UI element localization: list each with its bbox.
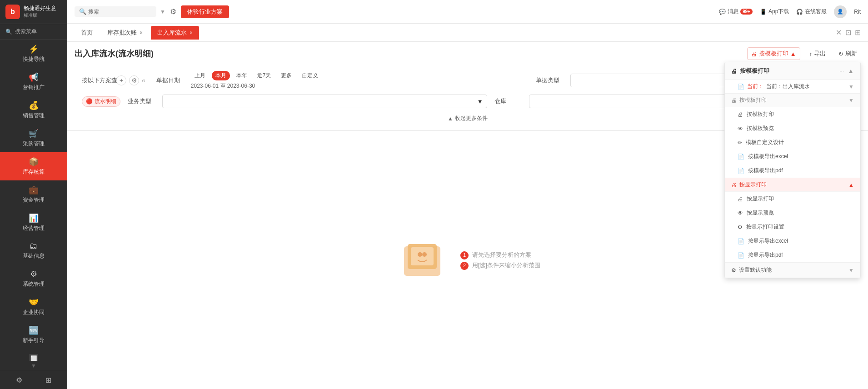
business-type-label: 业务类型: [128, 97, 155, 105]
trial-btn[interactable]: 体验行业方案: [181, 5, 229, 18]
filter-tag-flow[interactable]: 🔴 流水明细: [82, 96, 120, 107]
template-export-excel-item[interactable]: 📄 按模板导出excel: [725, 150, 860, 164]
refresh-icon: ↻: [838, 50, 843, 57]
message-label: 消息: [728, 8, 738, 15]
date-filter-label: 单据日期: [156, 76, 184, 85]
help-bottom-icon[interactable]: ⊞: [45, 376, 51, 384]
tab-flow[interactable]: 出入库流水 ×: [151, 26, 199, 40]
tab-home[interactable]: 首页: [75, 26, 99, 40]
export-btn[interactable]: ↑ 导出: [806, 48, 830, 60]
settings-bottom-icon[interactable]: ⚙: [16, 376, 22, 384]
operations-icon: 📊: [29, 213, 39, 223]
sidebar-item-finance[interactable]: 💼 资金管理: [0, 180, 67, 209]
template-export-pdf-item[interactable]: 📄 按模板导出pdf: [725, 164, 860, 178]
tab-batch-account[interactable]: 库存批次账 ×: [101, 26, 149, 40]
display-export-excel-label: 按显示导出excel: [748, 237, 788, 245]
sidebar-item-purchase[interactable]: 🛒 采购管理: [0, 124, 67, 152]
sidebar-search[interactable]: 🔍 搜索菜单: [0, 24, 67, 40]
page-title-row: 出入库流水(流水明细) 🖨 按模板打印 ▲ ↑ 导出 ↻ 刷新: [75, 47, 861, 60]
sidebar-item-inventory[interactable]: 📦 库存核算: [0, 152, 67, 180]
sidebar-item-marketing[interactable]: 📢 营销推广: [0, 68, 67, 96]
sidebar-item-basic[interactable]: 🗂 基础信息: [0, 237, 67, 264]
sidebar-item-system[interactable]: ⚙ 系统管理: [0, 264, 67, 293]
sidebar-item-guide[interactable]: 🆕 新手引导: [0, 321, 67, 349]
date-more-btn[interactable]: 更多: [277, 71, 295, 80]
print-dropdown-more-icon[interactable]: ···: [839, 68, 844, 74]
current-template-label: 当前：: [747, 83, 763, 90]
online-service-btn[interactable]: 🎧 在线客服: [796, 8, 827, 15]
template-preview-item-label: 按模板预览: [747, 125, 774, 132]
sidebar-item-label: 采购管理: [23, 140, 45, 148]
print-dropdown-body: 📄 当前： 当前：出入库流水 ▼ 🖨 按模板打印 ▼ 🖨 按模板打印: [725, 80, 860, 262]
tab-flow-close[interactable]: ×: [190, 30, 193, 36]
date-prev-month-btn[interactable]: 上月: [191, 71, 209, 80]
date-last-7days-btn[interactable]: 近7天: [254, 71, 275, 80]
tab-restore-icon[interactable]: ⊡: [845, 28, 851, 37]
page-content: 出入库流水(流水明细) 🖨 按模板打印 ▲ ↑ 导出 ↻ 刷新: [67, 42, 868, 389]
display-export-pdf-item[interactable]: 📄 按显示导出pdf: [725, 248, 860, 262]
date-current-year-btn[interactable]: 本年: [233, 71, 251, 80]
filter-settings-btn[interactable]: ⚙: [129, 75, 139, 85]
display-export-pdf-icon: 📄: [738, 252, 744, 259]
display-preview-item[interactable]: 👁 按显示预览: [725, 206, 860, 220]
sidebar-item-operations[interactable]: 📊 经营管理: [0, 209, 67, 237]
sidebar-item-label: 资金管理: [23, 196, 45, 204]
svg-point-3: [418, 252, 422, 257]
template-print-item-label: 按模板打印: [747, 110, 774, 118]
date-current-month-btn[interactable]: 本月: [212, 71, 230, 80]
display-print-item[interactable]: 🖨 按显示打印: [725, 192, 860, 206]
sidebar-item-sales[interactable]: 💰 销售管理: [0, 96, 67, 124]
app-download-btn[interactable]: 📱 App下载: [760, 8, 789, 15]
template-print-item[interactable]: 🖨 按模板打印: [725, 107, 860, 121]
tab-expand-icon[interactable]: ⊞: [855, 28, 861, 37]
template-custom-design-label: 模板自定义设计: [746, 139, 784, 146]
template-custom-design-item[interactable]: ✏ 模板自定义设计: [725, 135, 860, 150]
sidebar-item-label: 快捷导航: [23, 55, 45, 63]
empty-illustration-svg: [395, 237, 449, 283]
user-name[interactable]: Rit: [854, 9, 861, 15]
sidebar-item-cooperation[interactable]: 🤝 企业协同: [0, 293, 67, 321]
marketing-icon: 📢: [29, 72, 39, 82]
print-dropdown-footer[interactable]: ⚙ 设置默认功能 ▼: [725, 262, 860, 278]
sidebar: b 畅捷通好生意 标准版 🔍 搜索菜单 ⚡ 快捷导航 📢 营销推广 💰 销售管理…: [0, 0, 67, 389]
refresh-btn[interactable]: ↻ 刷新: [835, 48, 861, 60]
filter-tag-icon: 🔴: [86, 98, 93, 105]
tab-batch-account-close[interactable]: ×: [140, 30, 143, 36]
display-print-settings-item[interactable]: ⚙ 按显示打印设置: [725, 220, 860, 234]
template-print-section-header: 🖨 按模板打印 ▼: [725, 94, 860, 107]
footer-settings-icon: ⚙: [731, 267, 736, 274]
print-dropdown-header: 🖨 按模板打印 ··· ▲: [725, 62, 860, 80]
app-center-icon: 🔲: [29, 354, 39, 361]
hint-num-1: 1: [460, 251, 469, 259]
sidebar-item-app-center[interactable]: 🔲 应用中心: [0, 349, 67, 361]
current-template-row[interactable]: 📄 当前： 当前：出入库流水 ▼: [725, 80, 860, 93]
header-dropdown-icon[interactable]: ▼: [160, 9, 165, 15]
template-preview-item[interactable]: 👁 按模板预览: [725, 121, 860, 135]
filter-section-label: 按以下方案查询: [82, 76, 109, 85]
print-dropdown-collapse-icon[interactable]: ▲: [848, 67, 854, 75]
template-section-collapse-icon[interactable]: ▼: [848, 97, 854, 104]
date-custom-btn[interactable]: 自定义: [298, 71, 322, 80]
sidebar-scroll-down[interactable]: ▼: [0, 361, 67, 371]
messages-btn[interactable]: 💬 消息 99+: [719, 8, 753, 15]
sidebar-item-quick-nav[interactable]: ⚡ 快捷导航: [0, 40, 67, 68]
display-section-collapse-icon[interactable]: ▲: [848, 182, 854, 188]
online-service-label: 在线客服: [805, 8, 827, 15]
display-print-item-label: 按显示打印: [747, 195, 774, 203]
header-gear-icon[interactable]: ⚙: [170, 7, 176, 16]
filter-add-btn[interactable]: +: [116, 75, 126, 85]
sidebar-item-label: 营销推广: [23, 84, 45, 91]
tab-batch-account-label: 库存批次账: [107, 29, 137, 37]
display-export-excel-icon: 📄: [738, 238, 744, 244]
print-template-btn[interactable]: 🖨 按模板打印 ▲: [747, 47, 800, 60]
refresh-btn-label: 刷新: [845, 50, 857, 58]
business-type-select[interactable]: ▼: [162, 95, 487, 108]
user-avatar[interactable]: 👤: [834, 5, 847, 18]
tab-close-all-icon[interactable]: ✕: [836, 28, 842, 37]
header-search-box[interactable]: 🔍: [75, 6, 156, 17]
display-export-excel-item[interactable]: 📄 按显示导出excel: [725, 234, 860, 248]
message-icon: 💬: [719, 9, 726, 15]
business-type-dropdown-icon: ▼: [477, 98, 483, 105]
search-input[interactable]: [88, 9, 134, 15]
filter-collapse-left-icon[interactable]: «: [142, 77, 145, 84]
